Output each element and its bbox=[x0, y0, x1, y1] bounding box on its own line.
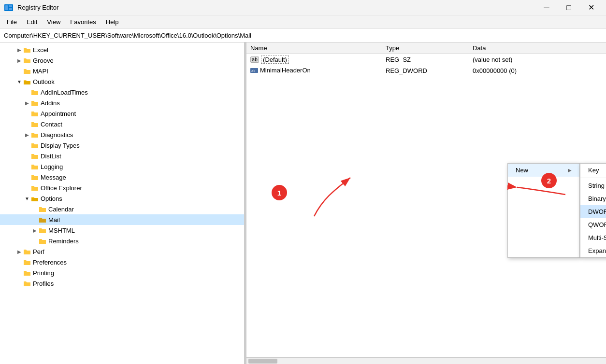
submenu-string[interactable]: String Value bbox=[580, 179, 606, 192]
tree-item-addinloadtimes[interactable]: ▶ AddInLoadTimes bbox=[0, 87, 246, 98]
tree-item-message[interactable]: ▶ Message bbox=[0, 172, 246, 182]
tree-item-perf[interactable]: ▶ Perf bbox=[0, 246, 246, 257]
submenu-qword-label: QWORD (64-bit) Value bbox=[588, 221, 606, 228]
right-panel: Name Type Data ab (Default) REG_SZ (valu… bbox=[246, 42, 606, 364]
menu-bar: File Edit View Favorites Help bbox=[0, 15, 606, 29]
address-bar: Computer\HKEY_CURRENT_USER\Software\Micr… bbox=[0, 29, 606, 42]
tree-label-reminders: Reminders bbox=[48, 238, 79, 245]
tree-item-appointment[interactable]: ▶ Appointment bbox=[0, 108, 246, 119]
tree-item-profiles[interactable]: ▶ Profiles bbox=[0, 278, 246, 289]
tree-label-addinloadtimes: AddInLoadTimes bbox=[41, 89, 88, 96]
submenu-key[interactable]: Key bbox=[580, 164, 606, 177]
folder-icon-profiles bbox=[23, 280, 31, 287]
col-name: Name bbox=[246, 42, 382, 54]
folder-icon-officeexplorer bbox=[31, 184, 39, 192]
folder-icon-appointment bbox=[31, 110, 39, 117]
context-submenu: Key String Value Binary Value DWORD (32-… bbox=[580, 163, 606, 258]
submenu-expandable[interactable]: Expandable String Value bbox=[580, 244, 606, 257]
tree-item-mail[interactable]: ▶ Mail bbox=[0, 214, 246, 225]
menu-file[interactable]: File bbox=[2, 16, 22, 28]
menu-help[interactable]: Help bbox=[101, 16, 124, 28]
expand-excel[interactable]: ▶ bbox=[15, 46, 23, 54]
window-controls: ─ □ ✕ bbox=[535, 0, 602, 15]
tree-item-officeexplorer[interactable]: ▶ Office Explorer bbox=[0, 182, 246, 193]
expand-groove[interactable]: ▶ bbox=[15, 56, 23, 64]
menu-separator-1 bbox=[580, 178, 606, 178]
folder-icon-distlist bbox=[31, 152, 39, 160]
folder-icon-excel bbox=[23, 46, 31, 54]
close-button[interactable]: ✕ bbox=[580, 0, 602, 15]
tree-item-outlook[interactable]: ▼ Outlook bbox=[0, 76, 246, 87]
row-type-minimal: REG_DWORD bbox=[382, 65, 469, 77]
table-row[interactable]: ab (Default) REG_SZ (value not set) bbox=[246, 54, 606, 66]
row-name-default: ab (Default) bbox=[246, 54, 382, 66]
scrollbar-thumb[interactable] bbox=[248, 359, 277, 364]
row-data-default: (value not set) bbox=[469, 54, 606, 66]
tree-item-calendar[interactable]: ▶ Calendar bbox=[0, 204, 246, 214]
maximize-button[interactable]: □ bbox=[558, 0, 580, 15]
tree-item-groove[interactable]: ▶ Groove bbox=[0, 55, 246, 66]
submenu-dword[interactable]: DWORD (32-bit) Value bbox=[580, 205, 606, 218]
submenu-multistring[interactable]: Multi-String Value bbox=[580, 231, 606, 244]
folder-icon-addins bbox=[31, 99, 39, 107]
tree-item-addins[interactable]: ▶ Addins bbox=[0, 98, 246, 108]
folder-icon-mail bbox=[39, 216, 46, 224]
dword-icon: ab bbox=[250, 67, 258, 74]
expand-addins[interactable]: ▶ bbox=[23, 99, 31, 107]
row-data-minimal: 0x00000000 (0) bbox=[469, 65, 606, 77]
tree-item-options[interactable]: ▼ Options bbox=[0, 193, 246, 204]
tree-label-printing: Printing bbox=[33, 269, 54, 277]
tree-item-mshtml[interactable]: ▶ MSHTML bbox=[0, 225, 246, 236]
folder-icon-printing bbox=[23, 269, 31, 277]
tree-label-calendar: Calendar bbox=[48, 206, 74, 213]
tree-label-options: Options bbox=[41, 195, 62, 202]
tree-item-printing[interactable]: ▶ Printing bbox=[0, 267, 246, 278]
folder-icon-perf bbox=[23, 248, 31, 255]
tree-label-appointment: Appointment bbox=[41, 110, 76, 117]
context-menu-container: New ▶ Key String Value Binary Value DWOR… bbox=[507, 163, 606, 258]
minimize-button[interactable]: ─ bbox=[535, 0, 558, 15]
menu-edit[interactable]: Edit bbox=[22, 16, 42, 28]
tree-item-preferences[interactable]: ▶ Preferences bbox=[0, 257, 246, 267]
submenu-string-label: String Value bbox=[588, 182, 606, 189]
tree-label-mapi: MAPI bbox=[33, 68, 48, 75]
folder-icon-mshtml bbox=[39, 226, 46, 234]
tree-label-mshtml: MSHTML bbox=[48, 227, 75, 234]
title-bar-left: Registry Editor bbox=[4, 3, 58, 13]
table-row[interactable]: ab MinimalHeaderOn REG_DWORD 0x00000000 … bbox=[246, 65, 606, 77]
folder-icon-options bbox=[31, 195, 39, 202]
splitter[interactable] bbox=[244, 42, 246, 364]
menu-favorites[interactable]: Favorites bbox=[65, 16, 101, 28]
tree-item-reminders[interactable]: ▶ Reminders bbox=[0, 236, 246, 246]
tree-item-diagnostics[interactable]: ▶ Diagnostics bbox=[0, 129, 246, 140]
ab-icon: ab bbox=[250, 56, 259, 63]
tree-item-displaytypes[interactable]: ▶ Display Types bbox=[0, 140, 246, 151]
expand-perf[interactable]: ▶ bbox=[15, 248, 23, 255]
menu-view[interactable]: View bbox=[42, 16, 65, 28]
expand-mshtml[interactable]: ▶ bbox=[31, 226, 39, 234]
folder-icon-logging bbox=[31, 163, 39, 170]
expand-outlook[interactable]: ▼ bbox=[15, 78, 23, 85]
arrow-1 bbox=[275, 168, 372, 226]
folder-icon-message bbox=[31, 173, 39, 181]
app-icon bbox=[4, 3, 14, 13]
tree-item-contact[interactable]: ▶ Contact bbox=[0, 119, 246, 129]
tree-label-contact: Contact bbox=[41, 121, 62, 128]
folder-icon-outlook bbox=[23, 78, 31, 85]
registry-tree: ▶ Excel ▶ Groove ▶ MAPI ▼ bbox=[0, 42, 246, 291]
tree-panel[interactable]: ▶ Excel ▶ Groove ▶ MAPI ▼ bbox=[0, 42, 246, 364]
tree-item-excel[interactable]: ▶ Excel bbox=[0, 44, 246, 55]
tree-item-mapi[interactable]: ▶ MAPI bbox=[0, 66, 246, 76]
col-data: Data bbox=[469, 42, 606, 54]
horizontal-scrollbar[interactable] bbox=[246, 357, 606, 364]
expand-options[interactable]: ▼ bbox=[23, 195, 31, 202]
folder-icon-contact bbox=[31, 120, 39, 128]
expand-diagnostics[interactable]: ▶ bbox=[23, 131, 31, 139]
submenu-binary[interactable]: Binary Value bbox=[580, 192, 606, 205]
svg-rect-3 bbox=[9, 8, 12, 10]
tree-label-diagnostics: Diagnostics bbox=[41, 131, 73, 139]
tree-label-officeexplorer: Office Explorer bbox=[41, 184, 82, 192]
submenu-qword[interactable]: QWORD (64-bit) Value bbox=[580, 218, 606, 231]
tree-item-distlist[interactable]: ▶ DistList bbox=[0, 151, 246, 161]
tree-item-logging[interactable]: ▶ Logging bbox=[0, 161, 246, 172]
